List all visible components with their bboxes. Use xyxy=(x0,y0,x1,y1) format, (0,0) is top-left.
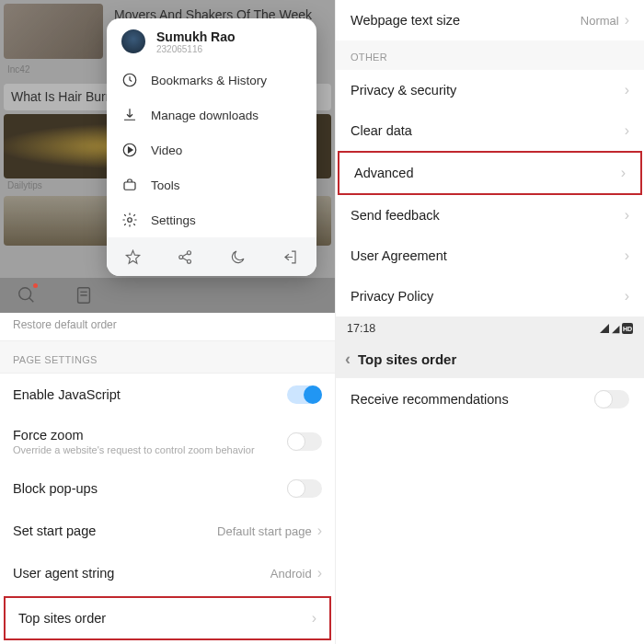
row-label: Set start page xyxy=(13,523,217,538)
row-label: Top sites order xyxy=(18,611,312,626)
row-user-agent[interactable]: User agent string Android › xyxy=(0,552,335,594)
toggle-javascript[interactable] xyxy=(287,385,322,404)
toggle-recommendations[interactable] xyxy=(594,390,629,408)
search-icon[interactable] xyxy=(17,285,37,305)
row-block-popups[interactable]: Block pop-ups xyxy=(0,467,335,510)
row-enable-javascript[interactable]: Enable JavaScript xyxy=(0,374,335,416)
row-label: Block pop-ups xyxy=(13,481,287,496)
section-header: PAGE SETTINGS xyxy=(0,340,335,374)
bottom-toolbar xyxy=(0,278,335,313)
exit-icon[interactable] xyxy=(282,248,299,266)
wifi-icon: ◢ xyxy=(612,323,619,335)
row-label: Send feedback xyxy=(351,208,440,223)
svg-rect-4 xyxy=(124,182,135,190)
chevron-right-icon: › xyxy=(625,207,629,224)
row-privacy-policy[interactable]: Privacy Policy › xyxy=(336,276,644,316)
row-label: Enable JavaScript xyxy=(13,387,287,402)
row-user-agreement[interactable]: User Agreement › xyxy=(336,236,644,276)
chevron-right-icon: › xyxy=(625,288,629,305)
row-label: User agent string xyxy=(13,566,270,581)
row-advanced[interactable]: Advanced › xyxy=(338,151,642,195)
chevron-right-icon: › xyxy=(625,82,629,98)
share-icon[interactable] xyxy=(177,248,194,266)
page-header: ‹ Top sites order xyxy=(336,340,644,378)
menu-label: Bookmarks & History xyxy=(151,74,267,87)
play-icon xyxy=(121,142,138,158)
menu-label: Tools xyxy=(151,178,180,192)
star-icon[interactable] xyxy=(124,248,142,266)
row-privacy-security[interactable]: Privacy & security › xyxy=(336,70,644,110)
menu-downloads[interactable]: Manage downloads xyxy=(107,98,316,132)
menu-tools[interactable]: Tools xyxy=(107,167,316,202)
menu-label: Video xyxy=(151,144,182,157)
restore-default-label[interactable]: Restore default order xyxy=(0,313,335,340)
row-value: Default start page xyxy=(217,524,312,538)
briefcase-icon xyxy=(121,177,138,193)
page-title: Top sites order xyxy=(358,351,456,367)
signal-icon xyxy=(600,324,609,333)
user-name: Sumukh Rao xyxy=(156,29,236,44)
row-force-zoom[interactable]: Force zoom Override a website's request … xyxy=(0,416,335,467)
chevron-right-icon: › xyxy=(317,565,322,581)
section-header: OTHER xyxy=(336,40,644,70)
row-label: Webpage text size xyxy=(351,13,460,28)
menu-settings[interactable]: Settings xyxy=(107,202,316,237)
row-label: Privacy Policy xyxy=(351,289,433,304)
chevron-right-icon: › xyxy=(625,12,629,29)
moon-icon[interactable] xyxy=(229,248,247,266)
svg-point-7 xyxy=(187,250,190,254)
notification-dot xyxy=(33,283,38,288)
row-label: Advanced xyxy=(354,166,414,180)
chevron-right-icon: › xyxy=(621,165,626,181)
row-label: Force zoom xyxy=(13,428,287,443)
row-clear-data[interactable]: Clear data › xyxy=(336,110,644,151)
clock-icon xyxy=(121,72,138,88)
gear-icon xyxy=(121,212,138,228)
row-receive-recommendations[interactable]: Receive recommendations xyxy=(336,378,644,420)
row-label: Receive recommendations xyxy=(351,392,509,407)
toggle-block-popups[interactable] xyxy=(287,479,322,498)
chevron-right-icon: › xyxy=(317,523,322,539)
status-time: 17:18 xyxy=(347,322,375,335)
chevron-right-icon: › xyxy=(625,247,629,264)
page-settings-panel: Restore default order PAGE SETTINGS Enab… xyxy=(0,313,335,644)
row-sublabel: Override a website's request to control … xyxy=(13,444,287,455)
row-top-sites-order[interactable]: Top sites order › xyxy=(4,596,331,640)
user-profile-row[interactable]: Sumukh Rao 232065116 xyxy=(107,18,316,63)
row-label: Clear data xyxy=(351,123,412,138)
svg-point-5 xyxy=(128,218,132,223)
popup-footer xyxy=(107,237,316,276)
svg-point-0 xyxy=(19,288,31,300)
row-text-size[interactable]: Webpage text size Normal › xyxy=(336,0,644,40)
download-icon xyxy=(121,107,138,123)
user-id: 232065116 xyxy=(156,44,236,54)
page-icon[interactable] xyxy=(74,285,94,305)
row-send-feedback[interactable]: Send feedback › xyxy=(336,195,644,236)
toggle-force-zoom[interactable] xyxy=(287,432,322,451)
status-bar: 17:18 ◢ HD xyxy=(336,316,644,340)
row-start-page[interactable]: Set start page Default start page › xyxy=(0,510,335,552)
row-value: Android xyxy=(270,567,312,581)
menu-label: Settings xyxy=(151,213,196,227)
row-label: User Agreement xyxy=(351,248,447,263)
back-icon[interactable]: ‹ xyxy=(345,350,351,369)
menu-video[interactable]: Video xyxy=(107,132,316,167)
menu-bookmarks[interactable]: Bookmarks & History xyxy=(107,63,316,98)
chevron-right-icon: › xyxy=(312,610,316,627)
svg-point-6 xyxy=(179,255,183,259)
main-menu-popup: Sumukh Rao 232065116 Bookmarks & History… xyxy=(107,18,316,276)
row-value: Normal xyxy=(581,14,619,28)
svg-point-8 xyxy=(187,259,190,263)
avatar xyxy=(120,28,147,55)
menu-label: Manage downloads xyxy=(151,109,259,122)
row-label: Privacy & security xyxy=(351,83,456,98)
chevron-right-icon: › xyxy=(625,122,629,139)
hd-icon: HD xyxy=(622,323,633,334)
